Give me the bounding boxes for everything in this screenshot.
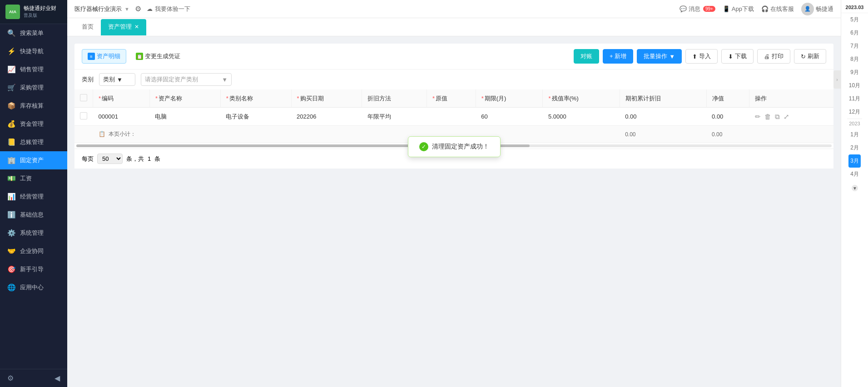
content-area: ≡ 资产明细 📋 变更生成凭证 对账 + 新增 — [67, 36, 841, 387]
success-check-icon: ✓ — [419, 142, 428, 151]
edit-icon[interactable]: ✏ — [755, 113, 761, 121]
refresh-icon: ↻ — [801, 53, 806, 60]
delete-icon[interactable]: 🗑 — [764, 113, 771, 120]
app-download-button[interactable]: 📱 App下载 — [723, 5, 754, 13]
calendar-month-after-2月[interactable]: 2月 — [848, 141, 861, 154]
cell-category: 电子设备 — [220, 108, 291, 126]
tab-close-icon[interactable]: ✕ — [134, 24, 139, 30]
sidebar-item-search[interactable]: 🔍搜索菜单 — [0, 24, 67, 42]
sidebar-nav: 🔍搜索菜单⚡快捷导航📈销售管理🛒采购管理📦库存核算💰资金管理📒总账管理🏢固定资产… — [0, 24, 67, 369]
sidebar-item-appstore[interactable]: 🌐应用中心 — [0, 278, 67, 297]
calendar-month-after-3月[interactable]: 3月 — [848, 154, 861, 168]
category-label: 类别 — [82, 75, 94, 84]
calendar-down-icon[interactable]: ▼ — [851, 184, 858, 192]
calendar-month-11月[interactable]: 11月 — [847, 92, 862, 105]
sidebar-item-fixedassets[interactable]: 🏢固定资产 — [0, 151, 67, 169]
sidebar-item-basicinfo[interactable]: ℹ️基础信息 — [0, 206, 67, 224]
sidebar-label-search: 搜索菜单 — [20, 29, 44, 37]
asset-detail-icon: ≡ — [88, 53, 95, 60]
logo-title: 畅捷通好业财 — [24, 5, 56, 12]
messages-icon: 💬 — [680, 5, 687, 12]
calendar-month-10月[interactable]: 10月 — [847, 79, 862, 92]
calendar-month-9月[interactable]: 9月 — [847, 66, 862, 79]
company-selector[interactable]: 医疗器械行业演示 ▼ — [74, 5, 129, 13]
sidebar-label-bizcolab: 企业协同 — [20, 247, 44, 255]
basicinfo-nav-icon: ℹ️ — [7, 211, 15, 219]
new-button[interactable]: + 新增 — [603, 49, 633, 64]
import-button[interactable]: ⬆ 导入 — [685, 49, 718, 64]
sidebar-label-sales: 销售管理 — [20, 65, 44, 74]
sidebar-label-purchase: 采购管理 — [20, 84, 44, 92]
collapse-icon[interactable]: ◀ — [55, 374, 60, 382]
sidebar-label-operations: 经营管理 — [20, 193, 44, 201]
refresh-button[interactable]: ↻ 刷新 — [794, 49, 826, 64]
main-area: 医疗器械行业演示 ▼ ⚙ ☁ 我要体验一下 💬 消息 99+ 📱 App下载 🎧… — [67, 0, 841, 387]
calendar-month-6月[interactable]: 6月 — [847, 26, 862, 40]
sidebar-item-operations[interactable]: 📊经营管理 — [0, 188, 67, 206]
download-button[interactable]: ⬇ 下载 — [721, 49, 754, 64]
right-sidebar-toggle[interactable]: › — [833, 70, 841, 89]
copy-icon[interactable]: ⧉ — [775, 113, 780, 121]
print-button[interactable]: 🖨 打印 — [757, 49, 790, 64]
tab-assets[interactable]: 资产管理 ✕ — [101, 19, 146, 35]
calendar-month-after-4月[interactable]: 4月 — [848, 168, 861, 181]
sidebar-item-inventory[interactable]: 📦库存核算 — [0, 97, 67, 115]
header-settings-icon[interactable]: ⚙ — [135, 5, 141, 13]
sidebar-item-payroll[interactable]: 💵工资 — [0, 169, 67, 188]
batch-ops-arrow: ▼ — [669, 53, 675, 60]
filter-row: 类别 类别 ▼ 请选择固定资产类别 ▼ — [74, 69, 833, 89]
sidebar-label-funds: 资金管理 — [20, 120, 44, 128]
calendar-month-after-1月[interactable]: 1月 — [848, 128, 861, 141]
sidebar-item-ledger[interactable]: 📒总账管理 — [0, 133, 67, 151]
th-checkbox — [74, 89, 93, 108]
online-service-button[interactable]: 🎧 在线客服 — [761, 5, 794, 13]
reconcile-button[interactable]: 对账 — [574, 49, 599, 64]
experience-button[interactable]: ☁ 我要体验一下 — [147, 5, 190, 13]
calendar-month-8月[interactable]: 8月 — [847, 53, 862, 66]
th-period: *期限(月) — [476, 89, 543, 108]
logo-icon: AtA — [5, 5, 20, 19]
category-value-select[interactable]: 请选择固定资产类别 ▼ — [141, 73, 232, 86]
sidebar-item-quicknav[interactable]: ⚡快捷导航 — [0, 42, 67, 60]
sidebar-item-purchase[interactable]: 🛒采购管理 — [0, 79, 67, 97]
appstore-nav-icon: 🌐 — [7, 283, 15, 292]
sidebar-label-inventory: 库存核算 — [20, 102, 44, 110]
cell-original-value — [427, 108, 476, 126]
messages-button[interactable]: 💬 消息 99+ — [680, 5, 715, 13]
calendar-month-12月[interactable]: 12月 — [847, 105, 862, 119]
more-icon[interactable]: ⤢ — [784, 113, 789, 121]
sidebar-item-sysmanage[interactable]: ⚙️系统管理 — [0, 224, 67, 242]
per-page-label: 每页 — [82, 155, 94, 163]
tabs-bar: 首页 资产管理 ✕ — [67, 18, 841, 36]
company-dropdown-arrow: ▼ — [124, 6, 129, 12]
sidebar-item-sales[interactable]: 📈销售管理 — [0, 60, 67, 79]
th-category: *类别名称 — [220, 89, 291, 108]
app-download-icon: 📱 — [723, 5, 730, 12]
svg-text:▼: ▼ — [853, 186, 857, 191]
per-page-select[interactable]: 50 100 200 — [97, 154, 123, 164]
subtotal-label: 📋 本页小计： — [93, 126, 620, 143]
toolbar: ≡ 资产明细 📋 变更生成凭证 对账 + 新增 — [74, 44, 833, 69]
settings-icon[interactable]: ⚙ — [7, 374, 14, 382]
sidebar-item-guide[interactable]: 🎯新手引导 — [0, 260, 67, 278]
batch-ops-button[interactable]: 批量操作 ▼ — [637, 49, 682, 64]
tab-home[interactable]: 首页 — [74, 19, 101, 35]
th-original-value: *原值 — [427, 89, 476, 108]
select-all-checkbox[interactable] — [80, 94, 87, 101]
sidebar-label-basicinfo: 基础信息 — [20, 211, 44, 219]
cell-name: 电脑 — [149, 108, 220, 126]
sidebar-label-ledger: 总账管理 — [20, 138, 44, 146]
user-menu[interactable]: 👤 畅捷通 — [801, 3, 833, 15]
sub-tab-voucher-gen[interactable]: 📋 变更生成凭证 — [130, 49, 186, 64]
search-nav-icon: 🔍 — [7, 29, 15, 37]
calendar-month-7月[interactable]: 7月 — [847, 40, 862, 53]
sub-tab-asset-detail[interactable]: ≡ 资产明细 — [82, 49, 126, 64]
sidebar-label-sysmanage: 系统管理 — [20, 229, 44, 237]
sidebar-item-bizcolab[interactable]: 🤝企业协同 — [0, 242, 67, 260]
sales-nav-icon: 📈 — [7, 65, 15, 74]
row-checkbox[interactable] — [80, 112, 87, 119]
calendar-month-5月[interactable]: 5月 — [847, 13, 862, 26]
sidebar-item-funds[interactable]: 💰资金管理 — [0, 115, 67, 133]
subtotal-net: 0.00 — [706, 126, 749, 143]
category-type-select[interactable]: 类别 ▼ — [99, 73, 135, 86]
